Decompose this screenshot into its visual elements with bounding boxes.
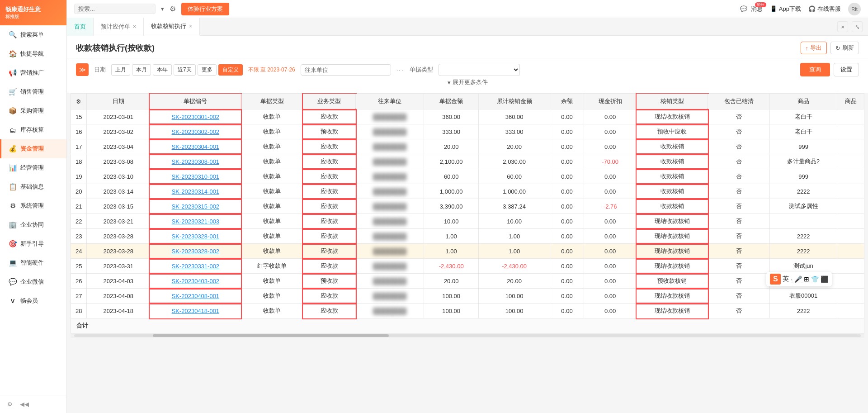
marketing-icon: 📢	[9, 69, 17, 77]
filter-this-year[interactable]: 本年	[153, 64, 172, 76]
doc-link[interactable]: SK-20230403-002	[172, 278, 220, 285]
table-row[interactable]: 19 2023-03-10 SK-20230310-001 收款单 应收款 ██…	[71, 169, 864, 184]
table-row[interactable]: 18 2023-03-08 SK-20230308-001 收款单 应收款 ██…	[71, 154, 864, 169]
user-avatar[interactable]: Rit	[848, 3, 861, 15]
tab-pre-pay[interactable]: 预计应付单 ×	[94, 18, 144, 36]
sidebar-item-member[interactable]: V 畅会员	[0, 291, 66, 310]
doc-link[interactable]: SK-20230331-002	[172, 263, 220, 270]
cell-docno[interactable]: SK-20230301-002	[150, 109, 241, 124]
col-settings-header[interactable]: ⚙	[71, 94, 87, 109]
cell-docno[interactable]: SK-20230321-003	[150, 214, 241, 229]
apps-icon[interactable]: ⬛	[821, 275, 828, 283]
sidebar-item-finance[interactable]: 💰 资金管理	[0, 139, 66, 158]
sidebar-item-marketing[interactable]: 📢 营销推广	[0, 63, 66, 82]
doc-link[interactable]: SK-20230308-001	[172, 158, 220, 165]
refresh-button[interactable]: ↻ 刷新	[830, 42, 859, 54]
export-button[interactable]: ↑ 导出	[801, 42, 827, 54]
grid-icon[interactable]: ⊞	[804, 275, 809, 283]
filter-last-month[interactable]: 上月	[111, 64, 130, 76]
table-row[interactable]: 23 2023-03-28 SK-20230328-001 收款单 应收款 ██…	[71, 229, 864, 244]
table-row[interactable]: 22 2023-03-21 SK-20230321-003 收款单 应收款 ██…	[71, 214, 864, 229]
cell-docno[interactable]: SK-20230302-002	[150, 124, 241, 139]
cell-partner: ████████	[356, 274, 424, 289]
doc-link[interactable]: SK-20230304-001	[172, 143, 220, 150]
table-row[interactable]: 21 2023-03-15 SK-20230315-002 收款单 应收款 ██…	[71, 199, 864, 214]
table-scrollbar[interactable]	[71, 333, 864, 338]
filter-more[interactable]: 更多	[198, 64, 217, 76]
shirt-icon[interactable]: 👕	[811, 275, 819, 283]
table-row[interactable]: 28 2023-04-18 SK-20230418-001 收款单 应收款 ██…	[71, 304, 864, 318]
cell-docno[interactable]: SK-20230310-001	[150, 169, 241, 184]
query-button[interactable]: 查询	[800, 63, 830, 76]
table-row[interactable]: 16 2023-03-02 SK-20230302-002 收款单 预收款 ██…	[71, 124, 864, 139]
doc-link[interactable]: SK-20230408-001	[172, 293, 220, 299]
cell-docno[interactable]: SK-20230408-001	[150, 289, 241, 304]
sidebar-item-purchase[interactable]: 📦 采购管理	[0, 101, 66, 120]
sidebar-item-operation[interactable]: 📊 经营管理	[0, 158, 66, 177]
doc-link[interactable]: SK-20230301-002	[172, 114, 220, 120]
mic-icon[interactable]: 🎤	[794, 275, 802, 283]
scrollbar-track	[74, 334, 861, 337]
expand-more[interactable]: ▾ 展开更多条件	[76, 76, 859, 88]
tab-home[interactable]: 首页	[67, 18, 94, 36]
topbar-dropdown-arrow[interactable]: ▾	[161, 5, 164, 12]
table-row[interactable]: 25 2023-03-31 SK-20230331-002 红字收款单 应收款 …	[71, 259, 864, 274]
doc-link[interactable]: SK-20230328-001	[172, 233, 220, 240]
sidebar-item-quicknav[interactable]: 🏠 快捷导航	[0, 44, 66, 63]
topbar-search-input[interactable]	[74, 4, 156, 14]
cell-docno[interactable]: SK-20230315-002	[150, 199, 241, 214]
sidebar-item-label: 企业协同	[20, 221, 44, 229]
cell-docno[interactable]: SK-20230328-001	[150, 229, 241, 244]
tab-collection-close[interactable]: ×	[189, 23, 192, 29]
setting-button[interactable]: 设置	[834, 63, 859, 76]
table-row[interactable]: 27 2023-04-08 SK-20230408-001 收款单 应收款 ██…	[71, 289, 864, 304]
gear-icon[interactable]: ⚙	[76, 98, 81, 105]
doc-link[interactable]: SK-20230315-002	[172, 203, 220, 210]
settings-icon[interactable]: ⚙	[7, 401, 13, 408]
tab-expand-btn[interactable]: ⤡	[852, 21, 863, 32]
scrollbar-thumb[interactable]	[153, 334, 389, 337]
table-row[interactable]: 24 2023-03-28 SK-20230328-002 收款单 应收款 ██…	[71, 244, 864, 259]
doc-link[interactable]: SK-20230314-001	[172, 188, 220, 195]
filter-doc-type-select[interactable]	[439, 64, 520, 76]
cell-docno[interactable]: SK-20230331-002	[150, 259, 241, 274]
topbar-gear-icon[interactable]: ⚙	[170, 5, 176, 13]
sidebar-item-hardware[interactable]: 💻 智能硬件	[0, 253, 66, 272]
sidebar-item-sales[interactable]: 🛒 销售管理	[0, 82, 66, 101]
doc-link[interactable]: SK-20230418-001	[172, 308, 220, 314]
doc-link[interactable]: SK-20230310-001	[172, 173, 220, 180]
tab-close-btn[interactable]: ×	[837, 21, 848, 32]
table-row[interactable]: 17 2023-03-04 SK-20230304-001 收款单 应收款 ██…	[71, 139, 864, 154]
sidebar-item-basic[interactable]: 📋 基础信息	[0, 177, 66, 196]
cell-docno[interactable]: SK-20230403-002	[150, 274, 241, 289]
app-download[interactable]: 📱 App下载	[770, 5, 801, 13]
sidebar-item-system[interactable]: ⚙ 系统管理	[0, 196, 66, 215]
message-badge[interactable]: 💬 消息 99+	[740, 5, 763, 13]
doc-link[interactable]: SK-20230328-002	[172, 248, 220, 255]
sidebar-item-inventory[interactable]: 🗂 库存核算	[0, 120, 66, 139]
cell-docno[interactable]: SK-20230418-001	[150, 304, 241, 318]
sidebar-item-guide[interactable]: 🎯 新手引导	[0, 234, 66, 253]
cell-docno[interactable]: SK-20230304-001	[150, 139, 241, 154]
filter-toggle-button[interactable]: ≫	[76, 63, 89, 76]
tab-pre-pay-close[interactable]: ×	[133, 24, 136, 30]
filter-7-days[interactable]: 近7天	[174, 64, 196, 76]
sidebar-item-wechat[interactable]: 💬 企业微信	[0, 272, 66, 291]
sidebar-item-search[interactable]: 🔍 搜索菜单	[0, 25, 66, 44]
solution-button[interactable]: 体验行业方案	[181, 3, 229, 15]
cell-docno[interactable]: SK-20230314-001	[150, 184, 241, 199]
table-row[interactable]: 20 2023-03-14 SK-20230314-001 收款单 应收款 ██…	[71, 184, 864, 199]
online-service[interactable]: 🎧 在线客服	[808, 5, 841, 13]
sidebar-item-company[interactable]: 🏢 企业协同	[0, 215, 66, 234]
filter-partner-input[interactable]	[301, 64, 391, 76]
collapse-icon[interactable]: ◀◀	[20, 401, 29, 408]
filter-this-month[interactable]: 本月	[132, 64, 151, 76]
cell-docno[interactable]: SK-20230308-001	[150, 154, 241, 169]
doc-link[interactable]: SK-20230302-002	[172, 128, 220, 135]
cell-docno[interactable]: SK-20230328-002	[150, 244, 241, 259]
table-row[interactable]: 15 2023-03-01 SK-20230301-002 收款单 应收款 ██…	[71, 109, 864, 124]
filter-custom[interactable]: 自定义	[218, 64, 243, 76]
doc-link[interactable]: SK-20230321-003	[172, 218, 220, 225]
table-row[interactable]: 26 2023-04-03 SK-20230403-002 收款单 预收款 ██…	[71, 274, 864, 289]
tab-collection[interactable]: 收款核销执行 ×	[144, 18, 200, 36]
